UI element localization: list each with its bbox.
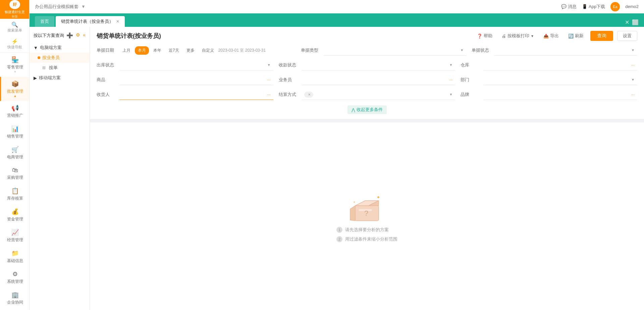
ecommerce-icon: 🛒: [11, 146, 19, 153]
filter-form: 单据日期 上月 本月 本年 近7天 更多 自定义 2023-03-01 至 20…: [97, 45, 637, 119]
empty-illustration: ✦ ✦ ?: [347, 191, 387, 224]
date-btn-thismonth[interactable]: 本月: [135, 46, 149, 55]
main-content: 销货单统计表(按业务员) ❓ 帮助 🖨 按模板打印 ▼ 📤: [90, 27, 644, 310]
sidebar-item-enterprise[interactable]: 🏢 企业协同: [0, 288, 29, 309]
date-btn-more[interactable]: 更多: [183, 46, 198, 55]
receiver-label: 收货人: [97, 92, 117, 98]
print-btn[interactable]: 🖨 按模板打印 ▼: [499, 32, 537, 40]
page-title: 销货单统计表(按业务员): [97, 32, 161, 40]
sidebar-item-sales[interactable]: 📊 销售管理: [0, 122, 29, 143]
order-icon: ⊞: [42, 65, 46, 70]
receiver-input[interactable]: ···: [119, 89, 273, 100]
settlement-tag-close[interactable]: ×: [308, 92, 311, 97]
filter-row-2: 出库状态 ▼ 收款状态 ▼: [97, 60, 637, 70]
sidebar-item-system[interactable]: ⚙ 系统管理: [0, 267, 29, 288]
brand-input[interactable]: ···: [483, 89, 637, 100]
filter-row-3: 商品 ··· 业务员 ···: [97, 74, 637, 85]
salesperson-input[interactable]: ···: [302, 74, 455, 85]
warehouse-input[interactable]: ···: [483, 60, 637, 70]
warehouse-label: 仓库: [461, 62, 481, 68]
query-btn[interactable]: 查询: [590, 31, 613, 41]
tree-node-mobile[interactable]: ▶ 移动端方案: [30, 73, 90, 83]
main-area: 办公用品行业模拟账套 ▼ 💬 消息 📱 App下载 Ea demo2 首页 销货…: [30, 0, 644, 310]
date-btn-lastmonth[interactable]: 上月: [119, 46, 133, 55]
department-input[interactable]: ▼: [483, 74, 637, 85]
collapse-btn[interactable]: ⋀ 收起更多条件: [347, 105, 387, 114]
sidebar-item-retail[interactable]: 🏪 零售管理 ▼: [0, 53, 29, 77]
add-scheme-icon[interactable]: ➕: [66, 32, 73, 39]
salesperson-more-icon[interactable]: ···: [449, 78, 452, 82]
filter-field-receiver: 收货人 ···: [97, 89, 273, 100]
export-btn[interactable]: 📤 导出: [541, 32, 561, 40]
tab-close-icon[interactable]: ✕: [116, 19, 119, 24]
sidebar: 好 畅捷通好生意 标版 🔍 搜索菜单 ⚡ 快捷导航 🏪 零售管理 ▼ 📦 批发管…: [0, 0, 30, 310]
filter-field-settlement: 结算方式 × ▼: [279, 89, 455, 100]
collapse-panel-icon[interactable]: «: [83, 32, 86, 39]
refresh-btn[interactable]: 🔄 刷新: [566, 32, 586, 40]
settings-btn[interactable]: 设置: [617, 31, 637, 41]
system-icon: ⚙: [12, 270, 18, 278]
receiver-more-icon[interactable]: ···: [267, 92, 271, 97]
doctype-input[interactable]: ▼: [324, 45, 467, 56]
filter-panel-actions: ➕ ⚙ «: [66, 32, 86, 39]
basic-icon: 📁: [11, 250, 19, 257]
tree-child-salesperson[interactable]: 按业务员: [30, 53, 90, 63]
report-tab-label: 销货单统计表（按业务员）: [61, 18, 113, 24]
message-icon: 💬: [561, 4, 567, 9]
sidebar-item-operations[interactable]: 📈 经营管理: [0, 225, 29, 246]
app-logo[interactable]: 好 畅捷通好生意 标版: [0, 0, 30, 19]
date-btn-thisyear[interactable]: 本年: [150, 46, 164, 55]
sidebar-item-newbie[interactable]: 🎯 新手引导: [0, 309, 29, 310]
logo-subtitle: 标版: [12, 14, 18, 19]
date-btn-custom[interactable]: 自定义: [199, 46, 217, 55]
sidebar-item-basic[interactable]: 📁 基础信息: [0, 246, 29, 267]
edit-scheme-icon[interactable]: ⚙: [76, 32, 80, 39]
settlement-input[interactable]: × ▼: [302, 89, 455, 100]
help-btn[interactable]: ❓ 帮助: [474, 32, 495, 40]
collapse-icon: ⋀: [352, 107, 355, 112]
sales-icon: 📊: [11, 125, 19, 133]
date-btn-7days[interactable]: 近7天: [166, 46, 182, 55]
warehouse-more-icon[interactable]: ···: [631, 63, 635, 67]
app-download-btn[interactable]: 📱 App下载: [582, 4, 605, 10]
sidebar-item-wholesale[interactable]: 📦 批发管理 ▲: [0, 77, 29, 101]
wholesale-icon: 📦: [11, 80, 19, 88]
goods-input[interactable]: ···: [119, 74, 273, 85]
empty-state: ✦ ✦ ? 1 请先选择要分析的方案 2 用过滤条件来缩小分析范围: [90, 122, 644, 310]
filter-field-docstatus: 单据状态 ▼: [472, 45, 637, 56]
tab-close-all-icon[interactable]: ✕: [625, 19, 629, 25]
sidebar-item-inventory[interactable]: 📋 库存核算: [0, 184, 29, 205]
sidebar-item-purchase[interactable]: 🛍 采购管理: [0, 163, 29, 184]
tree-node-desktop[interactable]: ▼ 电脑端方案: [30, 43, 90, 53]
filter-field-salesperson: 业务员 ···: [279, 74, 455, 85]
goods-more-icon[interactable]: ···: [267, 78, 271, 82]
docstatus-input[interactable]: ▼: [494, 45, 637, 56]
sidebar-item-marketing[interactable]: 📢 营销推广: [0, 101, 29, 122]
tab-restore-icon[interactable]: ⬜: [632, 19, 639, 25]
inventory-icon: 📋: [11, 187, 19, 195]
finance-icon: 💰: [11, 208, 19, 215]
user-avatar[interactable]: Ea: [610, 2, 620, 11]
search-menu[interactable]: 🔍 搜索菜单: [6, 19, 23, 36]
empty-hints: 1 请先选择要分析的方案 2 用过滤条件来缩小分析范围: [336, 227, 397, 242]
sidebar-item-ecommerce[interactable]: 🛒 电商管理: [0, 143, 29, 163]
brand-more-icon[interactable]: ···: [631, 92, 635, 97]
filter-field-date: 单据日期 上月 本月 本年 近7天 更多 自定义 2023-03-01 至 20…: [97, 46, 296, 55]
quick-nav[interactable]: ⚡ 快捷导航: [0, 36, 29, 53]
doctype-label: 单据类型: [301, 47, 321, 53]
tab-home[interactable]: 首页: [35, 16, 54, 27]
tree-child-order-label: 按单: [49, 65, 58, 71]
retail-icon: 🏪: [11, 56, 19, 63]
tab-report[interactable]: 销货单统计表（按业务员） ✕: [56, 16, 125, 27]
content-area: 按以下方案查询 ➕ ⚙ « ▼ 电脑端方案 按业务员 ⊞: [30, 27, 644, 310]
svg-text:✦: ✦: [353, 200, 356, 204]
collectstatus-input[interactable]: ▼: [302, 60, 455, 70]
outstatus-input[interactable]: ▼: [119, 60, 273, 70]
message-btn[interactable]: 💬 消息: [561, 4, 577, 10]
sidebar-item-finance[interactable]: 💰 资金管理: [0, 205, 29, 225]
tree-child-salesperson-label: 按业务员: [42, 55, 60, 61]
industry-dropdown-icon[interactable]: ▼: [81, 4, 86, 9]
tree-node-label: 电脑端方案: [40, 45, 62, 51]
active-dot: [38, 56, 40, 59]
tree-child-order[interactable]: ⊞ 按单: [30, 63, 90, 73]
